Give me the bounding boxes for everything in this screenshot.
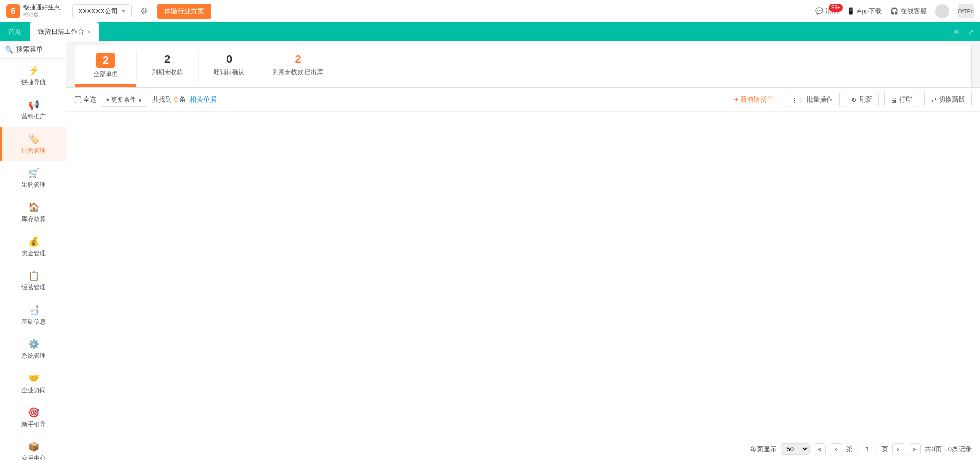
sidebar-item-marketing[interactable]: 📢 营销推广	[0, 93, 66, 127]
app-download-label: App下载	[857, 7, 882, 16]
last-page-button[interactable]: »	[909, 443, 921, 455]
tab-active[interactable]: 钱货日清工作台 ×	[30, 22, 99, 41]
logo-text-block: 畅捷通好生意 标准版	[23, 4, 60, 19]
purchase-icon: 🛒	[28, 167, 39, 179]
sidebar-item-enterprise[interactable]: 🤝 企业协同	[0, 367, 66, 401]
add-sales-order-button[interactable]: + 新增销货单	[728, 92, 779, 107]
app-download-icon: 📱	[847, 7, 855, 15]
guide-label: 新手引导	[21, 420, 46, 429]
avatar[interactable]	[935, 4, 949, 18]
sidebar-item-guide[interactable]: 🎯 新手引导	[0, 401, 66, 435]
refresh-label: 刷新	[859, 95, 872, 104]
sidebar-item-base-info[interactable]: 📑 基础信息	[0, 298, 66, 332]
sidebar-search[interactable]: 🔍 搜索菜单	[0, 41, 66, 59]
quick-nav-icon: ⚡	[28, 65, 39, 76]
app-center-icon: 📦	[28, 441, 39, 452]
related-documents-link[interactable]: 相关单据	[190, 95, 216, 104]
app-download-button[interactable]: 📱 App下载	[847, 7, 882, 16]
header-right: 💬 消息 99+ 📱 App下载 🎧 在线客服 OfTEn	[815, 4, 974, 18]
trial-button[interactable]: 体验行业方案	[157, 4, 211, 19]
online-service-button[interactable]: 🎧 在线客服	[890, 7, 927, 16]
sidebar-item-purchase[interactable]: 🛒 采购管理	[0, 161, 66, 196]
close-tab-icon[interactable]: ×	[87, 29, 90, 35]
stat-card-all[interactable]: 2 全部单据	[75, 45, 136, 87]
content-area: 2 全部单据 2 到期未收款 0 旺铺待确认 2 到期未收款 已出库	[66, 41, 980, 460]
page-number-input[interactable]	[857, 444, 877, 454]
messages-button[interactable]: 💬 消息 99+	[815, 7, 839, 16]
inventory-icon: 🏠	[28, 202, 39, 213]
stat-label-pending: 旺铺待确认	[214, 68, 244, 77]
system-icon: ⚙️	[28, 338, 39, 350]
maximize-window-icon[interactable]: ⤢	[966, 27, 976, 37]
switch-label: 切换新版	[939, 95, 965, 104]
stat-card-overdue-shipped[interactable]: 2 到期未收款 已出库	[260, 45, 335, 87]
online-service-icon: 🎧	[890, 7, 898, 15]
sidebar-item-system[interactable]: ⚙️ 系统管理	[0, 332, 66, 367]
sales-icon: 🏷️	[28, 133, 39, 144]
sidebar: 🔍 搜索菜单 ⚡ 快捷导航 📢 营销推广 🏷️ 销售管理 🛒 采购管理 🏠 库存…	[0, 41, 66, 460]
sidebar-item-operations[interactable]: 📋 经营管理	[0, 264, 66, 298]
nav-tabs: 首页 钱货日清工作台 × ✕ ⤢	[0, 22, 980, 41]
toolbar-left: 全选 ▾ 更多条件 ∨ 共找到 0 条 相关单据	[75, 93, 724, 107]
sidebar-item-sales[interactable]: 🏷️ 销售管理	[0, 127, 66, 161]
first-page-button[interactable]: «	[814, 443, 826, 455]
purchase-label: 采购管理	[21, 181, 46, 189]
avatar-name-badge[interactable]: OfTEn	[958, 4, 974, 18]
main-layout: 🔍 搜索菜单 ⚡ 快捷导航 📢 营销推广 🏷️ 销售管理 🛒 采购管理 🏠 库存…	[0, 41, 980, 460]
operations-label: 经营管理	[21, 283, 46, 292]
print-label: 打印	[899, 95, 913, 104]
stat-label-all: 全部单据	[93, 70, 118, 79]
select-all-checkbox[interactable]: 全选	[75, 95, 96, 104]
enterprise-label: 企业协同	[21, 386, 46, 395]
marketing-icon: 📢	[28, 99, 39, 110]
sidebar-item-inventory[interactable]: 🏠 库存核算	[0, 196, 66, 230]
filter-button[interactable]: ▾ 更多条件 ∨	[101, 93, 148, 107]
search-icon: 🔍	[5, 46, 13, 54]
sidebar-item-app-center[interactable]: 📦 应用中心	[0, 435, 66, 460]
stat-num-overdue: 2	[164, 53, 170, 66]
quick-nav-label: 快捷导航	[21, 78, 46, 87]
stat-num-overdue-shipped: 2	[295, 53, 301, 66]
prev-page-button[interactable]: ‹	[830, 443, 842, 455]
per-page-select[interactable]: 50 100 200	[781, 443, 810, 455]
search-label: 搜索菜单	[16, 45, 43, 54]
sidebar-item-quick-nav[interactable]: ⚡ 快捷导航	[0, 59, 66, 93]
batch-operation-button[interactable]: ⋮⋮ 批量操作	[785, 92, 840, 107]
found-text: 共找到 0 条	[152, 95, 186, 104]
pagination-bar: 每页显示 50 100 200 « ‹ 第 页 › » 共0页，0条记录	[66, 438, 980, 460]
logo-main-text: 畅捷通好生意	[23, 4, 60, 12]
page-prefix: 第	[846, 445, 853, 454]
tab-home-label: 首页	[8, 27, 21, 36]
refresh-icon: ↻	[851, 96, 857, 104]
filter-icon: ▾	[106, 96, 109, 103]
marketing-label: 营销推广	[21, 112, 46, 121]
batch-label: 批量操作	[806, 95, 833, 104]
close-window-icon[interactable]: ✕	[951, 27, 962, 37]
online-service-label: 在线客服	[900, 7, 927, 16]
found-prefix: 共找到	[152, 95, 172, 103]
refresh-button[interactable]: ↻ 刷新	[845, 92, 879, 107]
inventory-label: 库存核算	[21, 215, 46, 224]
select-all-label: 全选	[83, 95, 96, 104]
per-page-label: 每页显示	[750, 445, 777, 454]
stats-inner: 2 全部单据 2 到期未收款 0 旺铺待确认 2 到期未收款 已出库	[75, 45, 972, 87]
base-info-icon: 📑	[28, 304, 39, 316]
stat-card-pending[interactable]: 0 旺铺待确认	[199, 45, 260, 87]
guide-icon: 🎯	[28, 407, 39, 418]
finance-icon: 💰	[28, 236, 39, 247]
total-label: 共0页，0条记录	[925, 445, 972, 454]
print-button[interactable]: 🖨 打印	[884, 92, 919, 107]
select-all-input[interactable]	[75, 96, 81, 103]
tab-actions: ✕ ⤢	[951, 27, 980, 37]
found-unit: 条	[179, 95, 186, 103]
tab-home[interactable]: 首页	[0, 22, 30, 41]
stat-label-overdue: 到期未收款	[152, 68, 183, 77]
sidebar-item-finance[interactable]: 💰 资金管理	[0, 230, 66, 264]
company-selector[interactable]: XXXXXX公司 ▼	[72, 4, 132, 18]
switch-new-version-button[interactable]: ⇄ 切换新版	[924, 92, 972, 107]
settings-button[interactable]: ⚙	[136, 3, 152, 19]
next-page-button[interactable]: ›	[892, 443, 904, 455]
top-header: 6 畅捷通好生意 标准版 XXXXXX公司 ▼ ⚙ 体验行业方案 💬 消息 99…	[0, 0, 980, 22]
stat-card-overdue[interactable]: 2 到期未收款	[137, 45, 198, 87]
finance-label: 资金管理	[21, 249, 46, 258]
